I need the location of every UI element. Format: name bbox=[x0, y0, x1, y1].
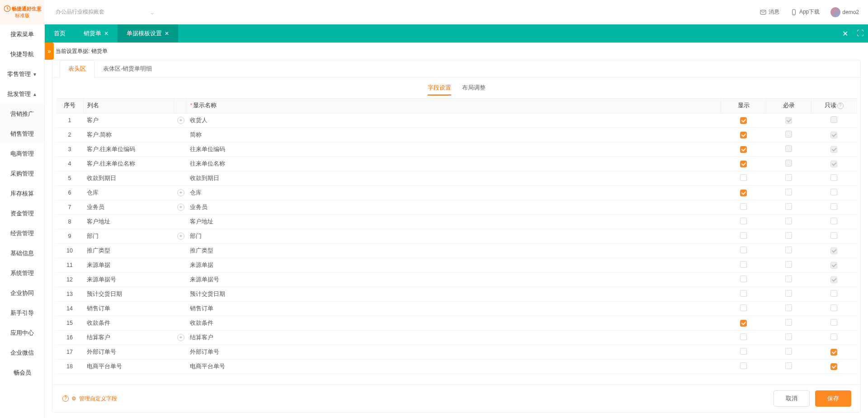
checkbox[interactable] bbox=[785, 203, 792, 210]
cell-display-name[interactable]: 外部订单号 bbox=[186, 345, 721, 359]
cell-display-name[interactable]: 部门 bbox=[186, 229, 721, 243]
cancel-button[interactable]: 取消 bbox=[774, 390, 810, 407]
checkbox[interactable] bbox=[785, 348, 792, 355]
checkbox[interactable] bbox=[830, 333, 837, 340]
checkbox[interactable] bbox=[830, 363, 837, 370]
app-tab[interactable]: 单据模板设置✕ bbox=[118, 24, 178, 43]
cell-display-name[interactable]: 预计交货日期 bbox=[186, 287, 721, 301]
close-icon[interactable]: ✕ bbox=[104, 30, 108, 37]
checkbox[interactable] bbox=[785, 218, 792, 224]
cell-display-name[interactable]: 仓库 bbox=[186, 185, 721, 200]
checkbox[interactable] bbox=[740, 304, 747, 311]
plus-icon[interactable]: + bbox=[177, 189, 184, 196]
checkbox[interactable] bbox=[740, 190, 747, 196]
sidebar-item[interactable]: 应用中心 bbox=[0, 323, 44, 343]
sidebar-item[interactable]: 新手引导 bbox=[0, 303, 44, 323]
checkbox[interactable] bbox=[785, 261, 792, 268]
checkbox[interactable] bbox=[740, 333, 747, 340]
checkbox[interactable] bbox=[830, 232, 837, 239]
checkbox[interactable] bbox=[830, 203, 837, 210]
sub-tab[interactable]: 布局调整 bbox=[462, 84, 486, 95]
plus-icon[interactable]: + bbox=[177, 233, 184, 240]
checkbox[interactable] bbox=[740, 247, 747, 253]
checkbox[interactable] bbox=[740, 232, 747, 239]
save-button[interactable]: 保存 bbox=[815, 390, 851, 407]
checkbox[interactable] bbox=[740, 203, 747, 210]
plus-icon[interactable]: + bbox=[177, 204, 184, 211]
sidebar-item[interactable]: 经营管理 bbox=[0, 223, 44, 243]
sidebar-subitem[interactable]: 营销推广 bbox=[0, 104, 44, 124]
checkbox[interactable] bbox=[830, 218, 837, 224]
cell-display-name[interactable]: 来源单据号 bbox=[186, 272, 721, 287]
sidebar-item[interactable]: 企业协同 bbox=[0, 283, 44, 303]
checkbox[interactable] bbox=[740, 276, 747, 282]
app-tab[interactable]: 首页 bbox=[45, 24, 75, 43]
cell-display-name[interactable]: 往来单位编码 bbox=[186, 142, 721, 157]
sidebar-item[interactable]: 资金管理 bbox=[0, 204, 44, 223]
checkbox[interactable] bbox=[830, 174, 837, 181]
checkbox[interactable] bbox=[830, 290, 837, 297]
fullscreen-button[interactable]: ⛶ bbox=[853, 29, 868, 38]
cell-display-name[interactable]: 销售订单 bbox=[186, 301, 721, 316]
fields-table[interactable]: 序号 列名 *显示名称 显示 必录 只读? 1客户+收货人2客户.简称简称3客户… bbox=[56, 98, 857, 385]
region-tab[interactable]: 表体区-销货单明细 bbox=[94, 60, 160, 78]
checkbox[interactable] bbox=[740, 174, 747, 181]
sidebar-item[interactable]: 搜索菜单 bbox=[0, 24, 44, 44]
checkbox[interactable] bbox=[740, 362, 747, 369]
sidebar-item[interactable]: 库存核算 bbox=[0, 184, 44, 204]
checkbox[interactable] bbox=[830, 349, 837, 356]
checkbox[interactable] bbox=[785, 174, 792, 181]
checkbox[interactable] bbox=[785, 232, 792, 239]
checkbox[interactable] bbox=[740, 290, 747, 297]
checkbox[interactable] bbox=[785, 304, 792, 311]
checkbox[interactable] bbox=[740, 261, 747, 268]
close-all-tabs-button[interactable]: ✕ bbox=[837, 29, 853, 38]
checkbox[interactable] bbox=[740, 132, 747, 138]
cell-display-name[interactable]: 收货人 bbox=[186, 113, 721, 128]
messages-button[interactable]: 消息 bbox=[760, 8, 779, 16]
cell-display-name[interactable]: 客户地址 bbox=[186, 214, 721, 229]
cell-display-name[interactable]: 业务员 bbox=[186, 200, 721, 214]
checkbox[interactable] bbox=[785, 362, 792, 369]
checkbox[interactable] bbox=[785, 333, 792, 340]
checkbox[interactable] bbox=[785, 319, 792, 326]
checkbox[interactable] bbox=[740, 218, 747, 224]
checkbox[interactable] bbox=[740, 320, 747, 327]
cell-display-name[interactable]: 推广类型 bbox=[186, 243, 721, 258]
cell-display-name[interactable]: 简称 bbox=[186, 128, 721, 142]
account-selector[interactable]: 办公品行业模拟账套 ⌄ bbox=[56, 8, 155, 16]
checkbox[interactable] bbox=[740, 146, 747, 153]
checkbox[interactable] bbox=[785, 189, 792, 195]
cell-display-name[interactable]: 收款到期日 bbox=[186, 171, 721, 185]
region-tab[interactable]: 表头区 bbox=[60, 60, 94, 78]
sub-tab[interactable]: 字段设置 bbox=[428, 84, 451, 95]
sidebar-item[interactable]: 零售管理▼ bbox=[0, 64, 44, 84]
cell-display-name[interactable]: 来源单据 bbox=[186, 258, 721, 272]
checkbox[interactable] bbox=[785, 276, 792, 282]
sidebar-item[interactable]: 基础信息 bbox=[0, 243, 44, 263]
app-tab[interactable]: 销货单✕ bbox=[75, 24, 118, 43]
checkbox[interactable] bbox=[785, 290, 792, 297]
sidebar-item[interactable]: 批发管理▲ bbox=[0, 84, 44, 104]
checkbox[interactable] bbox=[830, 189, 837, 195]
sidebar-item[interactable]: 采购管理 bbox=[0, 164, 44, 184]
sidebar-item[interactable]: 电商管理 bbox=[0, 144, 44, 164]
cell-display-name[interactable]: 结算客户 bbox=[186, 330, 721, 345]
sidebar-item[interactable]: 快捷导航 bbox=[0, 44, 44, 64]
sidebar-subitem[interactable]: 销售管理 bbox=[0, 124, 44, 144]
checkbox[interactable] bbox=[830, 304, 837, 311]
cell-display-name[interactable]: 收款条件 bbox=[186, 316, 721, 330]
checkbox[interactable] bbox=[830, 319, 837, 326]
cell-display-name[interactable]: 往来单位名称 bbox=[186, 157, 721, 171]
plus-icon[interactable]: + bbox=[177, 334, 184, 341]
app-download-button[interactable]: App下载 bbox=[790, 8, 820, 16]
sidebar-item[interactable]: 畅会员 bbox=[0, 363, 44, 383]
cell-display-name[interactable]: 电商平台单号 bbox=[186, 359, 721, 374]
expand-context-button[interactable]: » bbox=[45, 43, 54, 60]
checkbox[interactable] bbox=[785, 247, 792, 253]
help-icon[interactable]: ? bbox=[837, 103, 844, 109]
manage-custom-fields-link[interactable]: ? ⚙ 管理自定义字段 bbox=[61, 395, 117, 403]
close-icon[interactable]: ✕ bbox=[165, 30, 169, 37]
sidebar-item[interactable]: 企业微信 bbox=[0, 343, 44, 363]
checkbox[interactable] bbox=[740, 117, 747, 124]
